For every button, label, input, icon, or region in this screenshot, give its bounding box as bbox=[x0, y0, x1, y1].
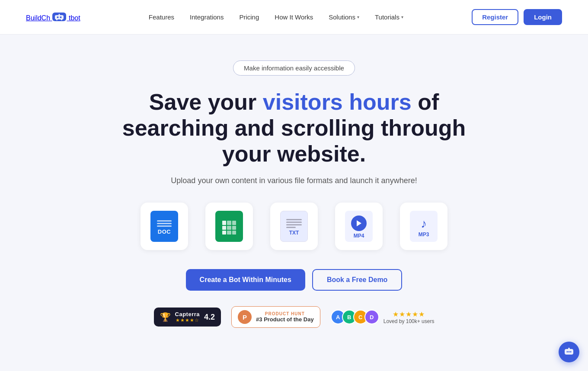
logo[interactable]: BuildCh tbot bbox=[26, 13, 80, 22]
svg-rect-5 bbox=[61, 19, 62, 20]
product-hunt-icon: P bbox=[238, 310, 252, 324]
login-button[interactable]: Login bbox=[524, 9, 562, 25]
nav-features[interactable]: Features bbox=[149, 13, 174, 21]
tutorials-dropdown-icon: ▾ bbox=[401, 15, 403, 19]
avatar-4: D bbox=[364, 310, 379, 324]
hero-title: Save your visitors hours of searching an… bbox=[108, 89, 480, 167]
product-hunt-rank: #3 Product of the Day bbox=[256, 316, 314, 323]
capterra-stars: ★★★★☆ bbox=[175, 317, 200, 323]
logo-text-end: tbot bbox=[69, 14, 80, 22]
book-demo-button[interactable]: Book a Free Demo bbox=[312, 269, 402, 291]
nav-integrations[interactable]: Integrations bbox=[190, 13, 224, 21]
main-nav: Features Integrations Pricing How It Wor… bbox=[149, 13, 403, 21]
logo-bot-icon bbox=[52, 13, 66, 21]
nav-how-it-works[interactable]: How It Works bbox=[275, 13, 313, 21]
register-button[interactable]: Register bbox=[472, 9, 518, 25]
avatar-stack: A B C D bbox=[331, 310, 379, 324]
loved-badge: A B C D ★★★★★ Loved by 100k+ users bbox=[331, 310, 435, 324]
svg-rect-3 bbox=[59, 14, 60, 16]
svg-rect-11 bbox=[568, 348, 570, 349]
svg-point-1 bbox=[57, 16, 59, 18]
file-icon-doc: DOC bbox=[141, 203, 188, 250]
nav-tutorials[interactable]: Tutorials ▾ bbox=[375, 13, 403, 21]
loved-text: Loved by 100k+ users bbox=[383, 318, 435, 324]
svg-point-8 bbox=[567, 351, 568, 352]
product-hunt-label: PRODUCT HUNT bbox=[256, 311, 314, 316]
capterra-logo: Capterra bbox=[175, 311, 200, 317]
chat-widget[interactable] bbox=[559, 342, 579, 362]
product-hunt-badge: P PRODUCT HUNT #3 Product of the Day bbox=[231, 306, 320, 328]
file-mp4-label: MP4 bbox=[354, 233, 364, 239]
svg-point-2 bbox=[60, 16, 62, 18]
svg-point-10 bbox=[570, 351, 572, 352]
capterra-score: 4.2 bbox=[204, 313, 215, 322]
hero-subtitle: Upload your own content in various file … bbox=[17, 176, 571, 185]
svg-rect-4 bbox=[56, 19, 58, 20]
cta-buttons: Create a Bot Within Minutes Book a Free … bbox=[17, 269, 571, 291]
nav-pricing[interactable]: Pricing bbox=[239, 13, 259, 21]
file-txt-label: TXT bbox=[289, 230, 299, 236]
hero-badge: Make information easily accessible bbox=[233, 60, 355, 76]
header: BuildCh tbot Features Integrations Prici… bbox=[0, 0, 588, 35]
file-icon-mp3: ♪ MP3 bbox=[400, 203, 447, 250]
svg-point-9 bbox=[569, 351, 570, 352]
create-bot-button[interactable]: Create a Bot Within Minutes bbox=[186, 269, 305, 291]
file-mp3-label: MP3 bbox=[419, 231, 429, 238]
file-icons-row: DOC bbox=[17, 203, 571, 250]
file-icon-txt: TXT bbox=[270, 203, 318, 250]
file-doc-label: DOC bbox=[158, 228, 171, 235]
capterra-icon: 🏆 bbox=[160, 312, 171, 322]
badges-row: 🏆 Capterra ★★★★☆ 4.2 P PRODUCT HUNT #3 P… bbox=[17, 306, 571, 328]
stats-section: 100K+ Visitors 85% Increase in Visitors … bbox=[0, 367, 588, 371]
svg-rect-0 bbox=[55, 15, 64, 19]
nav-solutions[interactable]: Solutions ▾ bbox=[329, 13, 359, 21]
loved-stars: ★★★★★ bbox=[383, 310, 435, 318]
logo-text-start: BuildCh bbox=[26, 14, 50, 22]
hero-section: Make information easily accessible Save … bbox=[0, 35, 588, 367]
file-icon-mp4: MP4 bbox=[335, 203, 383, 250]
svg-marker-6 bbox=[357, 220, 361, 226]
header-actions: Register Login bbox=[472, 9, 562, 25]
solutions-dropdown-icon: ▾ bbox=[357, 15, 359, 19]
capterra-badge: 🏆 Capterra ★★★★☆ 4.2 bbox=[154, 308, 221, 327]
file-icon-sheets bbox=[205, 203, 253, 250]
